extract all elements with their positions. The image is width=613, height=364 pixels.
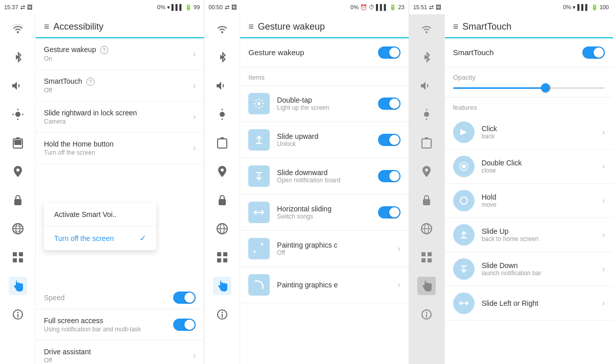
sidebar2-icon-bluetooth[interactable] xyxy=(213,48,231,66)
feature-click[interactable]: Click back › xyxy=(445,115,613,150)
sidebar2-icon-brightness[interactable] xyxy=(213,105,231,124)
gesture-wakeup-main-toggle[interactable] xyxy=(378,46,400,59)
sidebar-icon-volume[interactable] xyxy=(9,77,27,95)
svg-rect-24 xyxy=(218,139,227,148)
sidebar3-icon-bluetooth[interactable] xyxy=(417,48,436,66)
svg-rect-6 xyxy=(16,137,19,139)
gesture-painting-e[interactable]: Painting graphics e › xyxy=(240,267,408,303)
sidebar-icon-location[interactable] xyxy=(9,162,27,181)
svg-rect-33 xyxy=(223,258,227,262)
sidebar3-icon-volume[interactable] xyxy=(417,77,436,95)
sidebar2-icon-location[interactable] xyxy=(213,162,231,181)
gesture-wakeup-content: ≡ Gesture wakeup Gesture wakeup Items D xyxy=(240,14,408,364)
gesture-wakeup-toggle-item: Gesture wakeup xyxy=(240,38,408,67)
gesture-wakeup-item[interactable]: Gesture wakeup ? On › xyxy=(36,38,204,70)
feature-icon-click xyxy=(453,122,475,143)
sidebar2-icon-volume[interactable] xyxy=(213,77,231,95)
chevron-hold-home: › xyxy=(193,143,196,153)
status-bars: 15:37 ⇄ 🖼 0% ▾ ▌▌▌ 🔋 99 00:50 ⇄ 🖼 0% ⏰ ⏱… xyxy=(0,0,613,14)
svg-rect-17 xyxy=(19,258,23,262)
feature-slide-up-title: Slide Up xyxy=(482,227,595,235)
sidebar-icon-grid[interactable] xyxy=(9,248,27,266)
svg-rect-53 xyxy=(428,252,432,256)
help-icon-smarttouch[interactable]: ? xyxy=(86,78,95,86)
network-icon-1: ▌▌▌ xyxy=(172,4,183,10)
gesture-slide-up[interactable]: Slide upward Unlock xyxy=(240,122,408,158)
dropdown-item-turnoff[interactable]: Turn off the screen ✓ xyxy=(44,226,156,250)
sidebar-icon-info[interactable] xyxy=(9,305,27,324)
sidebar3-icon-lock[interactable] xyxy=(417,191,436,209)
gesture-icon-painting-e xyxy=(248,274,270,296)
sidebar3-icon-wifi[interactable] xyxy=(417,19,436,38)
chevron-drive-assistant: › xyxy=(193,351,196,360)
sidebar2-icon-wifi[interactable] xyxy=(213,19,231,38)
sidebar-icon-globe[interactable] xyxy=(9,220,27,238)
battery-3: 100 xyxy=(600,4,609,10)
sidebar3-icon-brightness[interactable] xyxy=(417,105,436,124)
gesture-double-tap[interactable]: Double-tap Light up the screen xyxy=(240,86,408,122)
feature-double-click-sub: close xyxy=(482,167,595,174)
feature-slide-lr[interactable]: Slide Left or Right › xyxy=(445,286,613,321)
sidebar-icon-battery[interactable] xyxy=(9,134,27,152)
dropdown-item-activate[interactable]: Activate Smart Voi.. xyxy=(44,203,156,226)
gesture-slide-down-sub: Open notification board xyxy=(277,177,370,184)
gesture-horizontal-toggle[interactable] xyxy=(378,206,400,219)
opacity-slider-track[interactable] xyxy=(453,87,605,89)
sidebar-icon-gesture[interactable] xyxy=(9,277,27,295)
sidebar-icon-wifi[interactable] xyxy=(9,19,27,38)
sidebar2-icon-info[interactable] xyxy=(213,305,231,324)
sidebar3-icon-location[interactable] xyxy=(417,162,436,181)
feature-slide-down-sub: launch notification bar xyxy=(482,270,595,277)
smarttouch-main-toggle[interactable] xyxy=(582,46,605,59)
sidebar2-icon-battery[interactable] xyxy=(213,134,231,152)
chevron-hold: › xyxy=(602,196,605,205)
smarttouch-item[interactable]: SmartTouch ? Off › xyxy=(36,70,204,102)
feature-hold[interactable]: Hold move › xyxy=(445,184,613,218)
sidebar3-icon-gesture[interactable] xyxy=(417,277,436,295)
slide-rightward-item[interactable]: Slide rightward in lock screen Camera › xyxy=(36,102,204,133)
sidebar2-icon-globe[interactable] xyxy=(213,220,231,238)
svg-point-37 xyxy=(257,102,261,105)
feature-double-click[interactable]: Double Click close › xyxy=(445,150,613,184)
sidebar3-icon-globe[interactable] xyxy=(417,220,436,238)
feature-slide-up[interactable]: Slide Up back to home screen › xyxy=(445,218,613,252)
network-icon-2: ▌▌▌ xyxy=(376,4,388,10)
sidebar3-icon-grid[interactable] xyxy=(417,248,436,266)
battery-icon-3: 🔋 xyxy=(591,4,598,11)
gesture-double-tap-toggle[interactable] xyxy=(378,98,400,110)
hold-home-item[interactable]: Hold the Home button Turn off the screen… xyxy=(36,133,204,164)
drive-assistant-item[interactable]: Drive assistant Off › xyxy=(36,341,204,364)
gesture-slide-down-toggle[interactable] xyxy=(378,170,400,182)
sidebar3-icon-battery[interactable] xyxy=(417,134,436,152)
feature-click-title: Click xyxy=(482,125,595,133)
chevron-click: › xyxy=(602,128,605,137)
sidebar2-icon-lock[interactable] xyxy=(213,191,231,209)
gesture-slide-up-sub: Unlock xyxy=(277,140,370,148)
gesture-horizontal[interactable]: Horizontal sliding Switch songs xyxy=(240,195,408,231)
sidebar2-icon-gesture[interactable] xyxy=(213,277,231,295)
full-screen-title: Full screen access xyxy=(44,317,173,325)
sidebar-icon-lock[interactable] xyxy=(9,191,27,209)
gesture-slide-down[interactable]: Slide downward Open notification board xyxy=(240,158,408,195)
help-icon-gesture[interactable]: ? xyxy=(100,46,108,54)
sidebar-icon-brightness[interactable] xyxy=(9,105,27,124)
svg-rect-26 xyxy=(219,199,226,205)
gesture-painting-c[interactable]: Painting graphics c Off › xyxy=(240,231,408,267)
accessibility-panel: ≡ Accessibility Gesture wakeup ? On › xyxy=(0,14,204,364)
full-screen-item[interactable]: Full screen access Using notification ba… xyxy=(36,309,204,341)
sidebar-icon-bluetooth[interactable] xyxy=(9,48,27,66)
chevron-slide-up: › xyxy=(602,230,605,239)
svg-rect-15 xyxy=(19,252,23,256)
accessibility-settings-list: Gesture wakeup ? On › SmartTouch ? Off xyxy=(36,38,204,164)
svg-rect-30 xyxy=(217,252,221,256)
feature-slide-down[interactable]: Slide Down launch notification bar › xyxy=(445,252,613,286)
gesture-slide-up-toggle[interactable] xyxy=(378,134,400,146)
opacity-slider-thumb[interactable] xyxy=(541,83,550,92)
gesture-double-tap-sub: Light up the screen xyxy=(277,104,370,111)
speed-toggle[interactable] xyxy=(173,292,196,304)
feature-icon-double-click xyxy=(453,156,475,177)
full-screen-toggle[interactable] xyxy=(173,319,196,331)
speed-item: Speed xyxy=(36,286,204,309)
sidebar3-icon-info[interactable] xyxy=(417,305,436,324)
sidebar2-icon-grid[interactable] xyxy=(213,248,231,266)
